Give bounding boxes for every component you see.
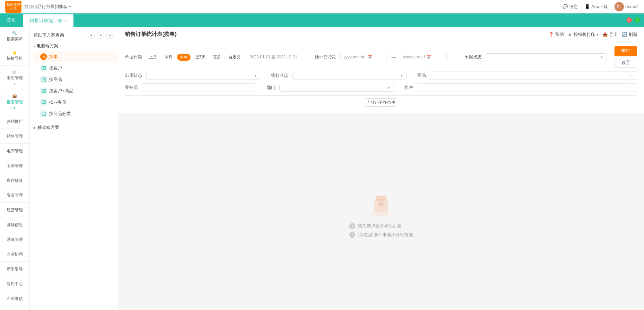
message-icon: 💬 — [562, 4, 568, 9]
topbar-right: 💬 消息 📱 App下载 Ea demo2 — [562, 2, 639, 11]
by-product-icon — [40, 76, 47, 83]
bill-status-chevron: ▾ — [601, 55, 603, 59]
sidebar-item-ecommerce[interactable]: 电商管理 — [0, 144, 29, 158]
template-print-label: 按模板打印 — [574, 32, 595, 38]
tree-item-by-customer[interactable]: 按客户 — [34, 62, 118, 74]
edit-scheme-btn[interactable]: ✎ — [97, 32, 104, 39]
window-maximize-btn[interactable]: ⤢ — [635, 17, 640, 23]
pc-tree-items: 按 按单 按客户 按商品 — [30, 51, 118, 119]
customer-select[interactable]: ··· — [417, 83, 637, 92]
sidebar-item-newbie[interactable]: 新手引导 — [0, 262, 29, 276]
tree-item-by-order[interactable]: 按 按单 — [34, 51, 118, 62]
tab-active-label: 销售订单统计表 — [30, 18, 62, 24]
shipment-status-label: 出库状态 — [125, 72, 142, 79]
sidebar-item-finance[interactable]: 资金管理 — [0, 188, 29, 203]
sidebar-item-appcenter[interactable]: 应用中心 — [0, 276, 29, 291]
tab-sales-order-stats[interactable]: 销售订单统计表 × — [23, 14, 73, 28]
tree-item-by-staff[interactable]: 按业务员 — [34, 97, 118, 108]
tab-close-icon[interactable]: × — [64, 18, 67, 23]
customer-dots-btn[interactable]: ··· — [630, 85, 634, 90]
bill-status-select[interactable]: ▾ — [486, 53, 606, 61]
logo-text: 畅捷通好生意 — [5, 3, 21, 11]
sidebar-item-system[interactable]: 系统管理 — [0, 232, 29, 247]
staff-select[interactable]: ··· — [142, 83, 256, 92]
sidebar-operation-label: 经营管理 — [1, 207, 28, 213]
collapse-bar[interactable]: ⌃ 收起更多条件 — [125, 95, 637, 109]
sidebar: 🔍 搜索菜单 ⭐ 快捷导航 🛒 零售管理 ▾ 📦 批发管理 ▴ 营销推广 销售管… — [0, 27, 30, 310]
sidebar-enterprise-label: 企业协同 — [1, 252, 28, 257]
sidebar-item-enterprise[interactable]: 企业协同 — [0, 247, 29, 262]
export-btn[interactable]: 📤 导出 — [602, 32, 618, 38]
date-start-input[interactable]: yyyy-mm-dd 📅 — [340, 53, 387, 61]
date-tab-7days[interactable]: 近7天 — [193, 54, 208, 61]
sidebar-item-sales[interactable]: 销售管理 — [0, 129, 29, 144]
panel-header-icons: + ✎ « — [88, 32, 114, 39]
main-layout: 🔍 搜索菜单 ⭐ 快捷导航 🛒 零售管理 ▾ 📦 批发管理 ▴ 营销推广 销售管… — [0, 27, 644, 310]
product-dots-btn[interactable]: ··· — [630, 73, 634, 78]
shipment-status-select[interactable]: ▾ — [146, 72, 260, 80]
user-profile[interactable]: Ea demo2 — [614, 2, 639, 11]
sidebar-quick-nav[interactable]: ⭐ 快捷导航 — [0, 46, 29, 66]
collapse-more-btn[interactable]: ⌃ 收起更多条件 — [363, 98, 399, 107]
logo: 畅捷通好生意 — [5, 1, 21, 13]
sidebar-item-inventory[interactable]: 库存核算 — [0, 173, 29, 188]
template-print-btn[interactable]: 🖨 按模板打印 ▾ — [568, 32, 598, 38]
sidebar-item-retail[interactable]: 🛒 零售管理 ▾ — [0, 66, 29, 90]
svg-point-24 — [384, 198, 386, 199]
export-label: 导出 — [609, 32, 618, 38]
message-btn[interactable]: 💬 消息 — [562, 4, 578, 10]
help-btn[interactable]: ❓ 帮助 — [548, 32, 564, 38]
page-header: 销售订单统计表(按单) ❓ 帮助 🖨 按模板打印 ▾ 📤 导出 — [118, 27, 644, 42]
pc-group[interactable]: ▾ 电脑端方案 — [30, 41, 118, 51]
by-cust-prod-label: 按客户+商品 — [49, 88, 73, 94]
date-separator: — — [391, 55, 396, 60]
collapse-panel-btn[interactable]: « — [106, 32, 114, 39]
setting-button[interactable]: 设置 — [614, 58, 637, 68]
query-button[interactable]: 查询 — [614, 46, 637, 56]
app-icon: 📱 — [585, 4, 590, 9]
right-main: 销售订单统计表(按单) ❓ 帮助 🖨 按模板打印 ▾ 📤 导出 — [118, 27, 644, 310]
filter-row-2: 出库状态 ▾ 收款状态 ▾ 商品 ··· — [125, 71, 637, 80]
tree-item-by-product[interactable]: 按商品 — [34, 74, 118, 85]
sidebar-item-corpwechat[interactable]: 企业微信 — [0, 291, 29, 306]
pc-group-label: 电脑端方案 — [37, 43, 58, 49]
tree-item-by-category[interactable]: 按商品分类 — [34, 108, 118, 119]
sidebar-item-operation[interactable]: 经营管理 — [0, 203, 29, 217]
sidebar-item-member[interactable]: 畅会员 — [0, 306, 29, 310]
date-end-input[interactable]: yyyy-mm-dd 📅 — [400, 53, 447, 61]
sidebar-item-basic[interactable]: 基础信息 — [0, 217, 29, 232]
add-scheme-btn[interactable]: + — [88, 32, 95, 39]
date-tab-more[interactable]: 更多 — [210, 54, 224, 61]
expected-delivery-label: 预计交货期 — [315, 54, 336, 60]
panel-title: 按以下方案查询 — [34, 32, 64, 38]
dept-select[interactable]: ▾ — [279, 84, 393, 92]
tab-home[interactable]: 首页 — [0, 13, 23, 27]
date-tab-this-year[interactable]: 本年 — [177, 54, 191, 61]
refresh-btn[interactable]: 🔄 刷新 — [622, 32, 637, 38]
sidebar-purchase-label: 采购管理 — [1, 163, 28, 169]
print-chevron-icon: ▾ — [597, 33, 598, 36]
industry-selector[interactable]: 办公用品行业模拟账套 ▾ — [24, 4, 71, 10]
print-icon: 🖨 — [568, 32, 572, 37]
date-tab-last-month[interactable]: 上月 — [146, 54, 160, 61]
window-close-btn[interactable]: ✕ — [627, 17, 632, 23]
filter-row-1: 单据日期 上月 本月 本年 近7天 更多 自定义 2023-01-01 至 20… — [125, 46, 637, 68]
date-tab-this-month[interactable]: 本月 — [162, 54, 175, 61]
sidebar-newbie-label: 新手引导 — [1, 266, 28, 272]
date-tab-custom[interactable]: 自定义 — [226, 54, 243, 61]
page-title: 销售订单统计表(按单) — [125, 31, 177, 38]
sidebar-item-wholesale[interactable]: 📦 批发管理 ▴ — [0, 90, 29, 114]
mobile-group[interactable]: ▶ 移动端方案 — [30, 122, 118, 133]
payment-status-select[interactable]: ▾ — [292, 72, 407, 80]
svg-point-23 — [376, 196, 378, 198]
search-icon: 🔍 — [1, 31, 28, 36]
sidebar-search[interactable]: 🔍 搜索菜单 — [0, 27, 29, 46]
sidebar-item-purchase[interactable]: 采购管理 — [0, 158, 29, 173]
svg-point-17 — [371, 212, 391, 216]
sidebar-item-marketing[interactable]: 营销推广 — [0, 114, 29, 129]
tree-item-by-cust-prod[interactable]: 按客户+商品 — [34, 85, 118, 97]
staff-dots-btn[interactable]: ··· — [248, 85, 252, 90]
window-controls: ✕ ⤢ — [627, 17, 644, 23]
product-select[interactable]: ··· — [430, 71, 637, 80]
app-download-btn[interactable]: 📱 App下载 — [585, 4, 608, 10]
